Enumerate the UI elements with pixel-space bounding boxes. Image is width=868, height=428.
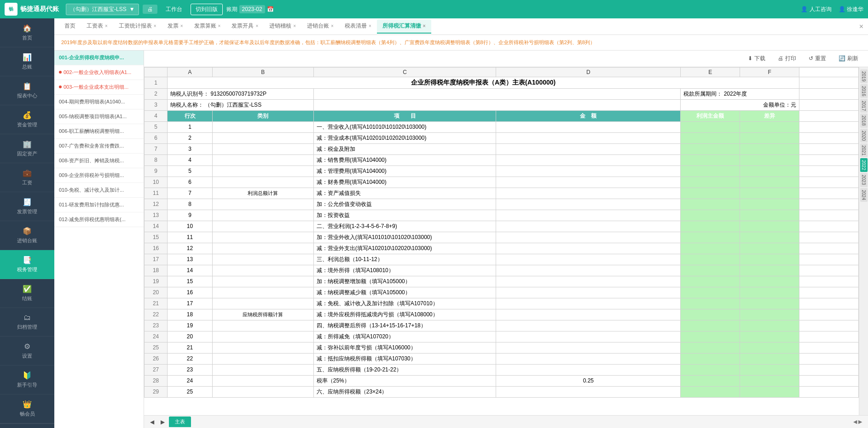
sidebar-item-home[interactable]: 🏠 首页 [0,18,54,47]
cell-profit-7[interactable] [681,188,740,199]
cell-diff-4[interactable] [740,154,799,165]
cell-profit-4[interactable] [681,154,740,165]
cell-diff-2[interactable] [740,132,799,143]
cell-project-14[interactable]: 减：境外所得（填写A108010） [313,265,496,276]
cell-diff-13[interactable] [740,254,799,265]
tab-sales-ledger[interactable]: 进销台账 × [301,19,339,34]
sheet-tab-main[interactable]: 主表 [169,417,191,427]
left-item-009[interactable]: 009-企业所得税补亏损明细... [54,168,144,183]
year-2022[interactable]: 2022 [860,158,868,172]
cell-diff-19[interactable] [740,320,799,331]
pin-btn[interactable]: ⬅ 取消固定 [0,423,54,428]
print-icon-btn[interactable]: 🖨 [143,5,157,14]
cell-project-18[interactable]: 减：境外应税所得抵减境内亏损（填写A108000） [313,309,496,320]
cell-profit-15[interactable] [681,276,740,287]
cell-project-17[interactable]: 减：免税、减计收入及加计扣除（填写A107010） [313,298,496,309]
tab-income-tax[interactable]: 所得税汇算清缴 × [377,19,431,34]
cell-rownum-23[interactable]: 23 [168,364,213,375]
cell-project-6[interactable]: 减：财务费用(填写A104000) [313,177,496,188]
cell-amount-3[interactable] [496,143,681,154]
cell-project-12[interactable]: 减：营业外支出(填写A102010\102020\103000) [313,243,496,254]
cell-diff-21[interactable] [740,342,799,353]
cell-project-24[interactable]: 税率（25%） [313,375,496,386]
sidebar-item-settings[interactable]: ⚙ 设置 [0,337,54,365]
cell-diff-1[interactable] [740,121,799,132]
close-tab-invoice-calc[interactable]: × [218,23,221,29]
cell-project-7[interactable]: 减：资产减值损失 [313,188,496,199]
sheet-nav-next[interactable]: ▶ [158,418,167,426]
sidebar-item-ledger[interactable]: 📊 总账 [0,47,54,76]
cell-profit-1[interactable] [681,121,740,132]
close-tab-tax-list[interactable]: × [369,23,371,29]
tab-invoice-issue[interactable]: 发票开具 × [226,19,264,34]
sidebar-item-member[interactable]: 👑 畅会员 [0,394,54,423]
cell-project-25[interactable]: 六、应纳所得税额（23×24） [313,386,496,397]
sidebar-item-tax[interactable]: 📑 税务管理 [0,250,54,279]
cell-profit-19[interactable] [681,320,740,331]
cell-amount-9[interactable] [496,210,681,221]
year-2019[interactable]: 2019 [860,69,868,83]
cell-rownum-11[interactable]: 11 [168,232,213,243]
cell-rownum-6[interactable]: 6 [168,177,213,188]
print-btn[interactable]: 🖨 打印 [775,53,799,64]
left-item-011[interactable]: 011-研发费用加计扣除优惠... [54,198,144,212]
year-2018[interactable]: 2018 [860,114,868,127]
cell-rownum-1[interactable]: 1 [168,121,213,132]
old-version-btn[interactable]: 切到旧版 [191,4,223,15]
cell-rownum-21[interactable]: 21 [168,342,213,353]
cell-profit-8[interactable] [681,199,740,210]
cell-profit-5[interactable] [681,165,740,177]
cell-rownum-18[interactable]: 18 [168,309,213,320]
scroll-bar-area[interactable]: ◀ ▶ [851,419,864,425]
sidebar-item-sales[interactable]: 📦 进销台账 [0,221,54,250]
cell-profit-25[interactable] [681,386,740,397]
cell-amount-21[interactable] [496,342,681,353]
cell-amount-5[interactable] [496,165,681,177]
cell-project-15[interactable]: 加：纳税调整增加额（填写A105000） [313,276,496,287]
cell-diff-25[interactable] [740,386,799,397]
tab-home[interactable]: 首页 [59,19,81,34]
cell-rownum-24[interactable]: 24 [168,375,213,386]
download-btn[interactable]: ⬇ 下载 [745,53,768,64]
cell-project-19[interactable]: 四、纳税调整后所得（13-14+15-16-17+18） [313,320,496,331]
left-item-001[interactable]: 001-企业所得税年度纳税申... [54,51,144,65]
close-tab-invoice-issue[interactable]: × [255,23,258,29]
cell-project-22[interactable]: 减：抵扣应纳税所得额（填写A107030） [313,353,496,364]
cell-amount-15[interactable] [496,276,681,287]
cell-profit-3[interactable] [681,143,740,154]
close-tab-salary-report[interactable]: × [154,23,156,29]
cell-project-3[interactable]: 减：税金及附加 [313,143,496,154]
cell-amount-1[interactable] [496,121,681,132]
left-item-007[interactable]: 007-广告费和业务宣传费跌... [54,139,144,154]
cell-diff-11[interactable] [740,232,799,243]
cell-profit-18[interactable] [681,309,740,320]
cell-rownum-17[interactable]: 17 [168,298,213,309]
left-item-004[interactable]: 004-期间费用明细表(A1040... [54,95,144,109]
cell-profit-16[interactable] [681,287,740,298]
cell-amount-7[interactable] [496,188,681,199]
cell-diff-24[interactable] [740,375,799,386]
cell-profit-12[interactable] [681,243,740,254]
cell-rownum-3[interactable]: 3 [168,143,213,154]
cell-diff-8[interactable] [740,199,799,210]
left-item-002[interactable]: 002-一般企业收入明细表(A1... [54,65,144,80]
cell-diff-9[interactable] [740,210,799,221]
close-tab-invoice[interactable]: × [180,23,183,29]
cell-diff-18[interactable] [740,309,799,320]
cell-rownum-12[interactable]: 12 [168,243,213,254]
sidebar-item-archive[interactable]: 🗂 归档管理 [0,308,54,337]
cell-project-16[interactable]: 减：纳税调整减少额（填写A105000） [313,287,496,298]
tab-invoice-calc[interactable]: 发票算账 × [189,19,226,34]
cell-diff-20[interactable] [740,331,799,342]
cell-profit-20[interactable] [681,331,740,342]
cell-rownum-25[interactable]: 25 [168,386,213,397]
cell-project-20[interactable]: 减：所得减免（填写A107020） [313,331,496,342]
year-2023[interactable]: 2023 [860,173,868,187]
cell-rownum-14[interactable]: 14 [168,265,213,276]
cell-project-4[interactable]: 减：销售费用(填写A104000) [313,154,496,165]
cell-rownum-7[interactable]: 7 [168,188,213,199]
sidebar-item-fund[interactable]: 💰 资金管理 [0,105,54,134]
cell-rownum-16[interactable]: 16 [168,287,213,298]
cell-rownum-2[interactable]: 2 [168,132,213,143]
cell-profit-22[interactable] [681,353,740,364]
